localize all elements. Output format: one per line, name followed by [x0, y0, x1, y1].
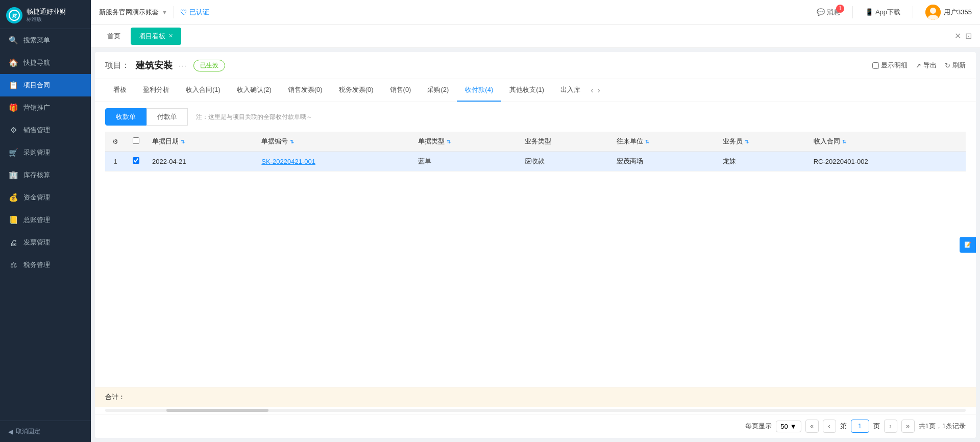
per-page-select[interactable]: 50 ▼	[776, 421, 801, 432]
first-page-btn[interactable]: «	[805, 420, 819, 433]
sidebar-item-sales[interactable]: ⚙ 销售管理	[0, 119, 91, 141]
cell-biz-type: 应收款	[519, 152, 610, 171]
last-page-btn[interactable]: »	[901, 420, 915, 433]
cell-type: 蓝单	[412, 152, 518, 171]
current-page-btn[interactable]: 1	[851, 420, 869, 433]
prev-page-btn[interactable]: ‹	[823, 420, 836, 433]
tab-kanban[interactable]: 项目看板 ✕	[131, 28, 181, 45]
sort-partner-icon[interactable]: ⇅	[645, 139, 649, 144]
page-suffix: 页	[873, 422, 880, 431]
sort-salesman-icon[interactable]: ⇅	[745, 139, 749, 144]
sort-type-icon[interactable]: ⇅	[447, 139, 451, 144]
user-menu[interactable]: 用户3355	[925, 5, 972, 20]
main-area: 新服务官网演示账套 ▼ 🛡 已认证 💬 消息 1 📱 App下载	[91, 0, 980, 442]
cell-partner: 宏茂商场	[610, 152, 717, 171]
sort-income-icon[interactable]: ⇅	[842, 139, 846, 144]
subtab-payment-btn[interactable]: 付款单	[146, 108, 188, 126]
sidebar-item-contract[interactable]: 📋 项目合同	[0, 74, 91, 96]
sort-date-icon[interactable]: ⇅	[181, 139, 185, 144]
subnav-prev-arrow[interactable]: ‹	[589, 86, 595, 95]
message-btn[interactable]: 💬 消息 1	[817, 8, 840, 17]
sidebar-item-quicknav[interactable]: 🏠 快捷导航	[0, 52, 91, 74]
refresh-btn[interactable]: ↻ 刷新	[945, 61, 966, 70]
avatar	[925, 5, 941, 20]
app-download-btn[interactable]: 📱 App下载	[865, 8, 900, 17]
cell-date: 2022-04-21	[146, 152, 255, 171]
col-settings[interactable]: ⚙	[105, 132, 126, 152]
subnav-sales-invoice[interactable]: 销售发票(0)	[280, 79, 331, 102]
contract-icon: 📋	[8, 81, 18, 90]
settings-icon[interactable]: ⚙	[112, 138, 118, 145]
col-date: 单据日期 ⇅	[146, 132, 255, 152]
window-maximize-btn[interactable]: ⊡	[965, 31, 972, 41]
sidebar-item-inventory[interactable]: 🏢 库存核算	[0, 164, 91, 186]
sort-number-icon[interactable]: ⇅	[290, 139, 294, 144]
col-checkbox[interactable]	[126, 132, 146, 152]
topbar: 新服务官网演示账套 ▼ 🛡 已认证 💬 消息 1 📱 App下载	[91, 0, 980, 24]
col-biz-type: 业务类型	[519, 132, 610, 152]
col-number-label: 单据编号	[261, 137, 288, 146]
subnav-tax-invoice[interactable]: 税务发票(0)	[331, 79, 382, 102]
certified-badge: 🛡 已认证	[180, 8, 209, 17]
subnav-receipt[interactable]: 收付款(4)	[457, 79, 501, 102]
subnav-sales[interactable]: 销售(0)	[382, 79, 420, 102]
col-salesman: 业务员 ⇅	[717, 132, 807, 152]
sidebar-item-search[interactable]: 🔍 搜索菜单	[0, 29, 91, 52]
project-more-btn[interactable]: ···	[179, 62, 187, 69]
sidebar-item-finance[interactable]: 💰 资金管理	[0, 186, 91, 209]
scrollbar-track[interactable]	[105, 409, 966, 412]
next-page-btn[interactable]: ›	[884, 420, 897, 433]
sidebar-item-tax[interactable]: ⚖ 税务管理	[0, 254, 91, 276]
receipt-number-link[interactable]: SK-20220421-001	[261, 158, 315, 165]
project-label: 项目：	[105, 60, 130, 71]
scrollbar-row	[95, 407, 976, 414]
marketing-icon: 🎁	[8, 103, 18, 112]
window-close-btn[interactable]: ✕	[954, 31, 961, 41]
show-detail-checkbox[interactable]	[872, 62, 879, 69]
subnav-other[interactable]: 其他收支(1)	[501, 79, 552, 102]
col-partner-label: 往来单位	[617, 137, 643, 146]
col-partner: 往来单位 ⇅	[610, 132, 717, 152]
scrollbar-thumb[interactable]	[166, 409, 268, 412]
row-checkbox[interactable]	[133, 157, 139, 164]
search-icon: 🔍	[8, 36, 18, 45]
tab-home[interactable]: 首页	[99, 28, 129, 45]
export-btn[interactable]: ↗ 导出	[916, 61, 937, 70]
subnav-profit[interactable]: 盈利分析	[135, 79, 178, 102]
account-selector[interactable]: 新服务官网演示账套 ▼	[99, 8, 167, 17]
user-label: 用户3355	[944, 8, 972, 17]
col-salesman-label: 业务员	[723, 137, 743, 146]
sidebar-nav: 🔍 搜索菜单 🏠 快捷导航 📋 项目合同 🎁 营销推广 ⚙ 销售管理 🛒 采购管…	[0, 29, 91, 421]
svg-point-3	[930, 8, 936, 14]
divider3	[913, 6, 913, 18]
logo-sub: 标准版	[27, 16, 66, 23]
subnav-next-arrow[interactable]: ›	[595, 86, 602, 95]
subnav-purchase[interactable]: 采购(2)	[419, 79, 457, 102]
export-icon: ↗	[916, 62, 921, 69]
sidebar-unpin[interactable]: ◀ 取消固定	[0, 421, 91, 442]
sidebar-item-ledger[interactable]: 📒 总账管理	[0, 209, 91, 231]
subtab-bar: 收款单 付款单 注：这里是与项目关联的全部收付款单哦～	[95, 102, 976, 126]
sidebar-item-invoice[interactable]: 🖨 发票管理	[0, 231, 91, 254]
subnav-kanban[interactable]: 看板	[105, 79, 135, 102]
home-icon: 🏠	[8, 58, 18, 67]
divider2	[852, 6, 853, 18]
cell-number: SK-20220421-001	[255, 152, 412, 171]
tab-close-icon[interactable]: ✕	[168, 33, 173, 39]
cell-checkbox[interactable]	[126, 152, 146, 171]
select-all-checkbox[interactable]	[133, 137, 139, 144]
subtab-note: 注：这里是与项目关联的全部收付款单哦～	[196, 113, 312, 121]
sidebar: 财 畅捷通好业财 标准版 🔍 搜索菜单 🏠 快捷导航 📋 项目合同 🎁 营销推广…	[0, 0, 91, 442]
subtab-receipt-btn[interactable]: 收款单	[105, 108, 146, 126]
subnav-warehouse[interactable]: 出入库	[552, 79, 589, 102]
float-action-btn[interactable]: 📝	[960, 237, 976, 253]
sidebar-item-marketing[interactable]: 🎁 营销推广	[0, 96, 91, 119]
subnav-income-contract[interactable]: 收入合同(1)	[178, 79, 229, 102]
subnav-income-confirm[interactable]: 收入确认(2)	[229, 79, 280, 102]
content-area: 项目： 建筑安装 ··· 已生效 显示明细 ↗ 导出 ↻ 刷新	[95, 52, 976, 438]
sidebar-item-purchase[interactable]: 🛒 采购管理	[0, 141, 91, 164]
message-badge: 1	[836, 5, 844, 13]
per-page-label: 每页显示	[745, 422, 772, 431]
sales-icon: ⚙	[8, 126, 18, 135]
show-detail-toggle[interactable]: 显示明细	[872, 61, 908, 70]
